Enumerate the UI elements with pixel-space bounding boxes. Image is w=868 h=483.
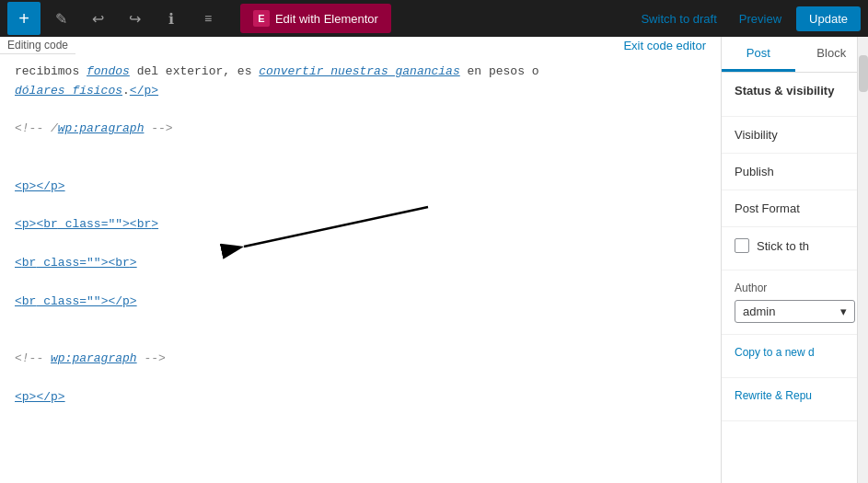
switch-to-draft-button[interactable]: Switch to draft bbox=[633, 8, 723, 29]
code-editor[interactable]: Editing code recibimos fondos del exteri… bbox=[0, 37, 721, 483]
rewrite-section: Rewrite & Repu bbox=[722, 378, 868, 421]
toolbar: + ✎ ↩ ↪ ℹ ≡ E Edit with Elementor Switch… bbox=[0, 0, 868, 37]
stick-to-checkbox[interactable] bbox=[735, 238, 749, 253]
copy-draft-link[interactable]: Copy to a new d bbox=[735, 346, 855, 359]
code-line-br3: <br class=""></p> bbox=[15, 293, 706, 312]
elementor-button[interactable]: E Edit with Elementor bbox=[240, 4, 391, 33]
code-comment-2: <!-- wp:paragraph --> bbox=[15, 350, 706, 369]
code-line-blank6 bbox=[15, 273, 706, 293]
code-line-br1: <p><br class=""><br> bbox=[15, 215, 706, 235]
post-format-label: Post Format bbox=[735, 201, 855, 215]
status-visibility-section: Status & visibility bbox=[722, 73, 868, 117]
edit-icon-button[interactable]: ✎ bbox=[44, 2, 77, 35]
elementor-icon: E bbox=[253, 10, 270, 27]
preview-button[interactable]: Preview bbox=[732, 8, 789, 29]
code-line-p1: <p></p> bbox=[15, 178, 706, 197]
stick-to-label: Stick to th bbox=[757, 239, 809, 253]
code-line-p2: <p></p> bbox=[15, 388, 706, 408]
code-text-3: dólares físicos bbox=[15, 84, 122, 98]
code-text-2: convertir nuestras ganancias bbox=[259, 64, 459, 78]
sidebar: Post Block Status & visibility Visibilit… bbox=[721, 37, 868, 483]
info-icon: ℹ bbox=[168, 10, 174, 28]
chevron-down-icon: ▾ bbox=[840, 305, 847, 318]
visibility-section: Visibility bbox=[722, 117, 868, 154]
code-content[interactable]: recibimos fondos del exterior, es conver… bbox=[0, 37, 721, 483]
editing-code-label: Editing code bbox=[0, 37, 75, 54]
publish-label: Publish bbox=[735, 165, 855, 178]
code-text: fondos bbox=[87, 64, 130, 78]
post-format-section: Post Format bbox=[722, 190, 868, 227]
list-icon: ≡ bbox=[204, 11, 212, 26]
main-area: Editing code recibimos fondos del exteri… bbox=[0, 37, 868, 483]
toolbar-left: + ✎ ↩ ↪ ℹ ≡ E Edit with Elementor bbox=[7, 2, 630, 35]
code-line-blank8 bbox=[15, 330, 706, 350]
scrollbar-track[interactable] bbox=[857, 37, 868, 483]
update-button[interactable]: Update bbox=[796, 6, 861, 31]
info-button[interactable]: ℹ bbox=[155, 2, 188, 35]
redo-button[interactable]: ↪ bbox=[118, 2, 151, 35]
elementor-label: Edit with Elementor bbox=[275, 12, 378, 26]
author-section: Author admin ▾ bbox=[722, 270, 868, 335]
code-line-blank4 bbox=[15, 197, 706, 216]
code-line: recibimos fondos del exterior, es conver… bbox=[15, 63, 706, 82]
rewrite-link[interactable]: Rewrite & Repu bbox=[735, 389, 855, 402]
toolbar-right: Switch to draft Preview Update bbox=[633, 6, 861, 31]
code-line-blank7 bbox=[15, 311, 706, 330]
exit-code-editor-link[interactable]: Exit code editor bbox=[623, 39, 706, 52]
author-value: admin bbox=[743, 305, 775, 318]
code-line-blank bbox=[15, 101, 706, 121]
undo-button[interactable]: ↩ bbox=[81, 2, 114, 35]
code-line-blank5 bbox=[15, 235, 706, 254]
stick-to-section: Stick to th bbox=[722, 227, 868, 270]
stick-to-row: Stick to th bbox=[735, 238, 855, 253]
tab-post[interactable]: Post bbox=[722, 37, 795, 72]
code-line-2: dólares físicos.</p> bbox=[15, 82, 706, 101]
copy-section: Copy to a new d bbox=[722, 335, 868, 378]
code-line-br2: <br class=""><br> bbox=[15, 254, 706, 273]
add-button[interactable]: + bbox=[7, 2, 41, 35]
sidebar-tabs: Post Block bbox=[722, 37, 868, 73]
list-button[interactable]: ≡ bbox=[191, 2, 225, 35]
status-visibility-title: Status & visibility bbox=[735, 84, 855, 98]
code-line-blank2 bbox=[15, 139, 706, 158]
undo-icon: ↩ bbox=[92, 10, 104, 28]
code-comment-1: <!-- /wp:paragraph --> bbox=[15, 120, 706, 139]
author-select[interactable]: admin ▾ bbox=[735, 300, 855, 323]
visibility-label: Visibility bbox=[735, 128, 855, 142]
publish-section: Publish bbox=[722, 154, 868, 190]
pencil-icon: ✎ bbox=[55, 10, 67, 28]
author-label: Author bbox=[735, 282, 855, 294]
redo-icon: ↪ bbox=[129, 10, 141, 28]
code-line-blank3 bbox=[15, 158, 706, 178]
code-line-blank9 bbox=[15, 369, 706, 388]
scrollbar-thumb[interactable] bbox=[859, 55, 868, 92]
